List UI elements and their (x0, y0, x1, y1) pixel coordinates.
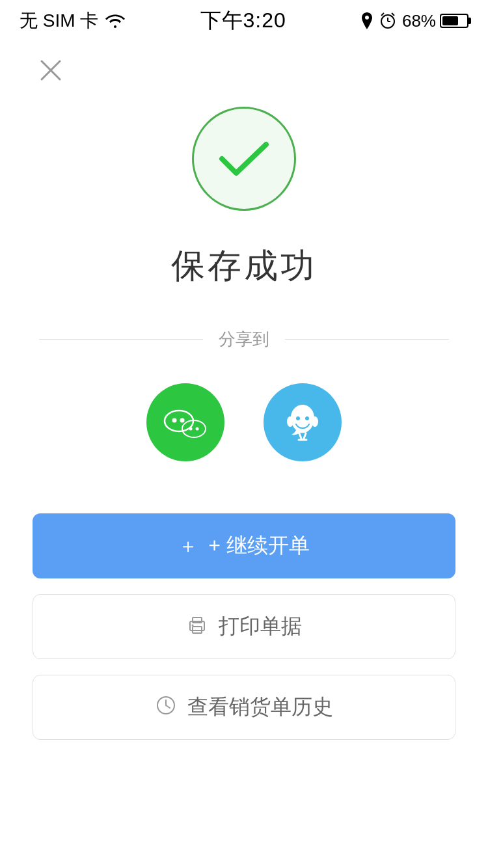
carrier-label: 无 SIM 卡 (20, 8, 98, 33)
plus-icon: ＋ (178, 533, 198, 560)
success-title: 保存成功 (171, 243, 317, 289)
status-right: 68% (360, 11, 468, 31)
share-icons (146, 383, 342, 461)
status-left: 无 SIM 卡 (20, 8, 126, 33)
svg-point-11 (189, 427, 193, 431)
status-bar: 无 SIM 卡 下午3:20 68% (0, 0, 488, 42)
battery-percent: 68% (402, 11, 436, 31)
qq-icon (283, 400, 322, 445)
svg-point-20 (192, 624, 194, 626)
main-content: 保存成功 分享到 (0, 42, 488, 740)
divider-left (39, 339, 203, 340)
svg-point-14 (305, 416, 309, 420)
wifi-icon (105, 14, 126, 28)
wechat-icon (163, 403, 208, 442)
close-icon (39, 59, 62, 82)
location-icon (360, 12, 373, 29)
print-label: 打印单据 (219, 612, 302, 641)
close-button[interactable] (33, 52, 69, 88)
battery-icon (440, 14, 468, 28)
svg-point-9 (180, 418, 185, 423)
svg-point-10 (182, 420, 206, 437)
print-button[interactable]: 打印单据 (33, 594, 455, 659)
svg-point-13 (296, 416, 300, 420)
continue-order-button[interactable]: ＋ + 继续开单 (33, 513, 455, 578)
svg-line-23 (166, 705, 170, 708)
wechat-share-button[interactable] (146, 383, 224, 461)
svg-line-3 (381, 13, 384, 16)
qq-share-button[interactable] (264, 383, 342, 461)
history-label: 查看销货单历史 (187, 693, 333, 722)
success-circle (192, 107, 296, 211)
svg-line-4 (392, 13, 394, 16)
share-divider: 分享到 (0, 328, 488, 351)
continue-order-label: + 继续开单 (208, 532, 310, 560)
svg-point-16 (312, 416, 318, 427)
battery-container: 68% (402, 11, 468, 31)
divider-right (285, 339, 449, 340)
checkmark-icon (218, 139, 270, 178)
history-button[interactable]: 查看销货单历史 (33, 675, 455, 740)
alarm-icon (380, 12, 396, 29)
clock-icon (155, 694, 177, 721)
status-time: 下午3:20 (200, 7, 286, 35)
svg-point-8 (172, 418, 177, 423)
share-label: 分享到 (203, 328, 285, 351)
svg-point-15 (287, 416, 293, 427)
action-buttons: ＋ + 继续开单 打印单据 查看销货单 (0, 513, 488, 740)
svg-point-12 (196, 427, 199, 431)
printer-icon (186, 614, 208, 640)
